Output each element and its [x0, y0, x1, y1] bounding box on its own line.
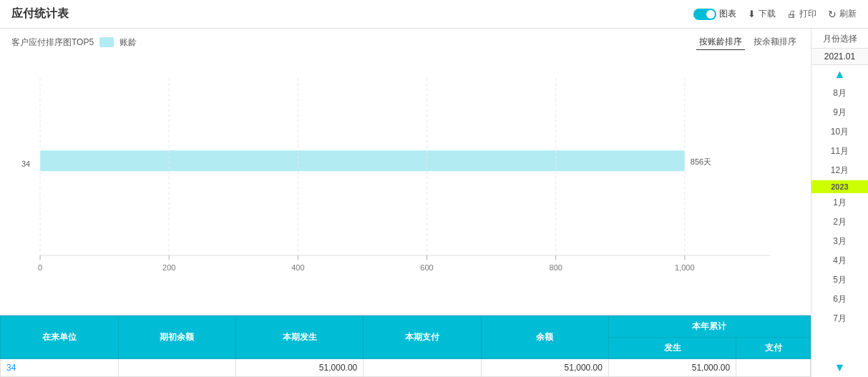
download-icon [748, 9, 756, 19]
svg-text:400: 400 [291, 263, 304, 272]
sidebar-month-item[interactable]: 2023 [811, 180, 868, 193]
chart-toggle-label: 图表 [719, 8, 736, 20]
col-opening: 期初余额 [118, 316, 236, 359]
col-ytd-pay: 支付 [736, 338, 811, 359]
svg-rect-1 [40, 150, 685, 171]
cell-ytd-occur: 51,000.00 [608, 359, 736, 377]
header-actions: 图表 下载 打印 刷新 [693, 8, 857, 20]
chart-wrap: 34 856天 0 200 [0, 53, 811, 315]
sidebar-month-item[interactable]: 10月 [811, 122, 868, 142]
page-title: 应付统计表 [11, 6, 69, 21]
chart-toggle[interactable] [693, 9, 716, 20]
print-button[interactable]: 打印 [787, 8, 816, 20]
refresh-button[interactable]: 刷新 [828, 8, 857, 20]
sidebar-label: 月份选择 [811, 29, 868, 49]
main-content: 客户应付排序图TOP5 账龄 按账龄排序 按余额排序 34 856天 [0, 29, 868, 377]
up-arrow-icon: ▲ [834, 68, 846, 81]
download-button[interactable]: 下载 [748, 8, 776, 20]
col-origin: 在来单位 [1, 316, 119, 359]
svg-text:1,000: 1,000 [675, 263, 695, 272]
sort-by-amount-button[interactable]: 按余额排序 [751, 34, 799, 50]
table-section: 在来单位 期初余额 本期发生 本期支付 余额 本年累计 发生 支付 [0, 315, 811, 377]
download-label: 下载 [759, 8, 776, 20]
chart-header: 客户应付排序图TOP5 账龄 按账龄排序 按余额排序 [0, 29, 811, 53]
print-icon [787, 9, 796, 19]
legend-label: 账龄 [120, 36, 137, 49]
chart-section: 客户应付排序图TOP5 账龄 按账龄排序 按余额排序 34 856天 [0, 29, 811, 377]
bar-chart: 34 856天 0 200 [11, 56, 799, 278]
legend-box [99, 37, 114, 47]
cell-current: 51,000.00 [236, 359, 364, 377]
chart-toggle-wrap: 图表 [693, 8, 736, 20]
sidebar-month-item[interactable]: 12月 [811, 161, 868, 180]
cell-ytd-pay [736, 359, 811, 377]
svg-text:34: 34 [21, 160, 30, 168]
cell-origin: 34 [1, 359, 119, 377]
month-list: 8月9月10月11月12月20231月2月3月4月5月6月7月 [811, 84, 868, 358]
svg-text:200: 200 [162, 263, 175, 272]
sidebar-month-item[interactable]: 2月 [811, 212, 868, 232]
legend-title: 客户应付排序图TOP5 [11, 36, 94, 49]
scroll-up-button[interactable]: ▲ [811, 65, 868, 84]
sidebar-month-item[interactable]: 8月 [811, 84, 868, 103]
col-current: 本期发生 [236, 316, 364, 359]
svg-text:0: 0 [38, 263, 42, 272]
sidebar-month-item[interactable]: 5月 [811, 270, 868, 290]
app-container: 应付统计表 图表 下载 打印 刷新 [0, 0, 868, 377]
col-ytd-group: 本年累计 [608, 316, 810, 338]
svg-text:600: 600 [420, 263, 433, 272]
svg-text:856天: 856天 [691, 157, 711, 166]
sidebar-month-item[interactable]: 7月 [811, 309, 868, 328]
table-row: 34 51,000.00 51,000.00 51,000.00 [1, 359, 811, 377]
scroll-down-button[interactable]: ▼ [811, 358, 868, 377]
col-payment: 本期支付 [364, 316, 482, 359]
refresh-label: 刷新 [839, 8, 857, 20]
chart-sort: 按账龄排序 按余额排序 [696, 34, 799, 50]
cell-balance: 51,000.00 [481, 359, 608, 377]
sidebar-month-item[interactable]: 3月 [811, 232, 868, 251]
sidebar: 月份选择 2021.01 ▲ 8月9月10月11月12月20231月2月3月4月… [811, 29, 868, 377]
down-arrow-icon: ▼ [834, 361, 846, 374]
col-ytd-occur: 发生 [608, 338, 736, 359]
print-label: 打印 [799, 8, 816, 20]
sidebar-month-item[interactable]: 6月 [811, 290, 868, 309]
refresh-icon [828, 9, 837, 20]
sidebar-current: 2021.01 [811, 49, 868, 65]
cell-opening [118, 359, 236, 377]
sidebar-month-item[interactable]: 9月 [811, 103, 868, 122]
header: 应付统计表 图表 下载 打印 刷新 [0, 0, 868, 29]
sidebar-month-item[interactable]: 4月 [811, 251, 868, 270]
chart-legend: 客户应付排序图TOP5 账龄 [11, 36, 137, 49]
sort-by-balance-button[interactable]: 按账龄排序 [696, 34, 745, 50]
svg-text:800: 800 [550, 263, 562, 272]
cell-payment [364, 359, 482, 377]
data-table: 在来单位 期初余额 本期发生 本期支付 余额 本年累计 发生 支付 [0, 315, 811, 377]
sidebar-month-item[interactable]: 11月 [811, 142, 868, 161]
col-balance: 余额 [481, 316, 608, 359]
sidebar-month-item[interactable]: 1月 [811, 193, 868, 212]
